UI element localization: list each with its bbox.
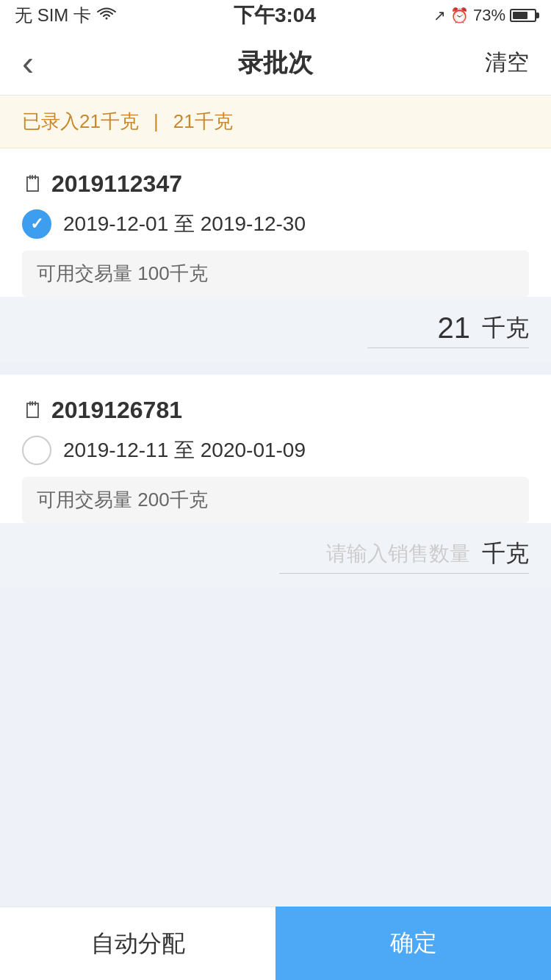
clear-button[interactable]: 清空 (485, 48, 529, 78)
batch-header-2: 🗒 2019126781 (22, 397, 529, 424)
qty-input-2[interactable] (264, 542, 470, 566)
wifi-icon (97, 5, 116, 26)
page-title: 录批次 (238, 46, 313, 80)
status-right: ↗ ⏰ 73% (433, 6, 536, 25)
batch-header-1: 🗒 2019112347 (22, 170, 529, 198)
batch-doc-icon-2: 🗒 (22, 398, 44, 423)
confirm-button[interactable]: 确定 (276, 907, 551, 980)
section-separator-2 (0, 588, 551, 600)
summary-total: 21千克 (173, 109, 233, 134)
input-row-2: 千克 (0, 523, 551, 588)
batch-id-1: 2019112347 (51, 170, 182, 198)
input-row-1: 千克 (0, 297, 551, 363)
location-icon: ↗ (433, 7, 446, 24)
status-time: 下午3:04 (234, 1, 316, 29)
batch-date-row-2: 2019-12-11 至 2020-01-09 (22, 436, 529, 465)
summary-bar: 已录入21千克 | 21千克 (0, 96, 551, 148)
qty-unit-1: 千克 (482, 312, 529, 345)
batch-card-1: 🗒 2019112347 ✓ 2019-12-01 至 2019-12-30 可… (0, 148, 551, 297)
batch-card-2: 🗒 2019126781 2019-12-11 至 2020-01-09 可用交… (0, 375, 551, 523)
radio-1[interactable]: ✓ (22, 209, 51, 239)
batch-date-2: 2019-12-11 至 2020-01-09 (63, 436, 306, 464)
batch-id-2: 2019126781 (51, 397, 182, 424)
back-button[interactable]: ‹ (22, 43, 66, 83)
no-sim-text: 无 SIM 卡 (15, 4, 91, 27)
summary-recorded: 已录入21千克 (22, 109, 139, 134)
status-left: 无 SIM 卡 (15, 4, 116, 27)
status-bar: 无 SIM 卡 下午3:04 ↗ ⏰ 73% (0, 0, 551, 31)
batch-doc-icon-1: 🗒 (22, 172, 44, 197)
avail-label-2: 可用交易量 200千克 (22, 477, 529, 523)
qty-input-1[interactable] (382, 311, 470, 345)
bottom-empty-area (0, 600, 551, 909)
alarm-icon: ⏰ (450, 7, 469, 24)
battery-percent: 73% (473, 6, 505, 25)
qty-unit-2: 千克 (482, 538, 529, 570)
batch-date-row-1: ✓ 2019-12-01 至 2019-12-30 (22, 209, 529, 239)
check-icon-1: ✓ (30, 215, 43, 234)
nav-bar: ‹ 录批次 清空 (0, 31, 551, 96)
battery-icon (510, 9, 536, 22)
radio-2[interactable] (22, 436, 51, 465)
summary-divider: | (154, 110, 159, 133)
section-separator-1 (0, 363, 551, 375)
bottom-bar: 自动分配 确定 (0, 907, 551, 980)
batch-date-1: 2019-12-01 至 2019-12-30 (63, 210, 306, 238)
auto-distribute-button[interactable]: 自动分配 (0, 907, 276, 980)
avail-label-1: 可用交易量 100千克 (22, 251, 529, 297)
